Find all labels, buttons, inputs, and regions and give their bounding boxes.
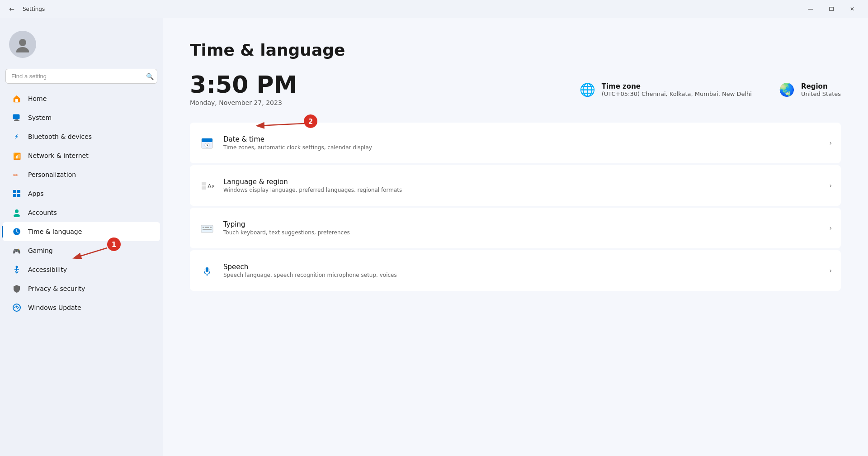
search-box[interactable]: 🔍 — [5, 69, 157, 84]
svg-rect-42 — [206, 267, 208, 272]
bluetooth-icon: ⚡ — [12, 132, 22, 142]
setting-row-speech[interactable]: Speech Speech language, speech recogniti… — [190, 250, 841, 291]
svg-rect-40 — [203, 229, 212, 230]
nav-item-accounts[interactable]: Accounts — [3, 203, 160, 222]
svg-rect-8 — [15, 99, 18, 102]
nav-label-privacy: Privacy & security — [28, 285, 85, 292]
svg-rect-34 — [202, 186, 206, 190]
svg-point-24 — [16, 266, 18, 268]
page-title: Time & language — [190, 41, 841, 59]
svg-point-20 — [14, 214, 20, 217]
nav-label-accessibility: Accessibility — [28, 266, 67, 273]
info-bar: 3:50 PM Monday, November 27, 2023 🌐 Time… — [190, 73, 841, 106]
titlebar: ← Settings — ⧠ ✕ — [0, 0, 868, 18]
nav-label-home: Home — [28, 95, 47, 102]
nav-label-gaming: Gaming — [28, 247, 53, 254]
nav-item-home[interactable]: Home — [3, 89, 160, 108]
nav-item-privacy[interactable]: Privacy & security — [3, 279, 160, 298]
region-info: 🌏 Region United States — [779, 82, 841, 97]
svg-point-7 — [16, 47, 29, 52]
svg-text:Aa: Aa — [208, 183, 214, 190]
typing-title: Typing — [223, 220, 821, 228]
time-language-icon — [12, 227, 22, 237]
chevron-right-icon: › — [829, 139, 832, 147]
nav-label-network: Network & internet — [28, 152, 89, 159]
svg-line-28 — [17, 271, 18, 273]
search-input[interactable] — [5, 69, 157, 84]
nav-item-gaming[interactable]: 🎮 Gaming — [3, 241, 160, 260]
svg-rect-16 — [17, 190, 20, 193]
user-profile[interactable] — [0, 25, 163, 69]
nav-label-time-language: Time & language — [28, 228, 82, 235]
nav-item-network[interactable]: 📶 Network & internet — [3, 146, 160, 165]
speech-icon — [199, 262, 215, 279]
timezone-value: (UTC+05:30) Chennai, Kolkata, Mumbai, Ne… — [602, 90, 752, 97]
sidebar: 🔍 Home System ⚡ Bluetooth & devices 📶 Ne… — [0, 18, 163, 456]
accessibility-icon — [12, 265, 22, 275]
app-title: Settings — [23, 6, 45, 12]
search-icon[interactable]: 🔍 — [146, 73, 154, 80]
privacy-icon — [12, 284, 22, 294]
network-icon: 📶 — [12, 151, 22, 161]
nav-label-bluetooth: Bluetooth & devices — [28, 133, 92, 140]
language-region-desc: Windows display language, preferred lang… — [223, 187, 821, 193]
windows-update-icon — [12, 303, 22, 313]
time-display: 3:50 PM — [190, 73, 297, 96]
svg-text:✏️: ✏️ — [13, 171, 19, 179]
nav-item-accessibility[interactable]: Accessibility — [3, 260, 160, 279]
speech-title: Speech — [223, 263, 821, 271]
svg-point-6 — [19, 39, 26, 46]
nav-label-accounts: Accounts — [28, 209, 57, 216]
info-items: 🌐 Time zone (UTC+05:30) Chennai, Kolkata… — [580, 82, 841, 97]
window-controls: — ⧠ ✕ — [800, 2, 863, 16]
language-region-icon: Aa — [199, 177, 215, 194]
region-icon: 🌏 — [779, 82, 795, 97]
maximize-button[interactable]: ⧠ — [821, 2, 842, 16]
svg-text:⚡: ⚡ — [14, 133, 19, 141]
chevron-right-icon: › — [829, 267, 832, 274]
date-time-icon — [199, 135, 215, 151]
apps-icon — [12, 189, 22, 199]
accounts-icon — [12, 208, 22, 218]
back-button[interactable]: ← — [5, 3, 18, 15]
date-display: Monday, November 27, 2023 — [190, 99, 297, 106]
svg-rect-33 — [202, 182, 206, 185]
svg-text:🎮: 🎮 — [13, 247, 21, 255]
chevron-right-icon: › — [829, 182, 832, 189]
nav-label-personalization: Personalization — [28, 171, 76, 178]
globe-icon: 🌐 — [580, 82, 595, 97]
personalization-icon: ✏️ — [12, 170, 22, 180]
main-content: Time & language 3:50 PM Monday, November… — [163, 18, 868, 456]
nav-item-apps[interactable]: Apps — [3, 184, 160, 203]
nav-item-bluetooth[interactable]: ⚡ Bluetooth & devices — [3, 127, 160, 146]
svg-rect-18 — [17, 194, 20, 197]
nav-item-personalization[interactable]: ✏️ Personalization — [3, 165, 160, 184]
svg-rect-15 — [13, 190, 16, 193]
svg-rect-10 — [15, 119, 18, 120]
timezone-info: 🌐 Time zone (UTC+05:30) Chennai, Kolkata… — [580, 82, 752, 97]
svg-rect-11 — [14, 120, 19, 121]
nav-item-time-language[interactable]: Time & language — [3, 222, 160, 241]
region-value: United States — [801, 90, 841, 97]
settings-list: Date & time Time zones, automatic clock … — [190, 123, 841, 291]
svg-rect-38 — [205, 227, 209, 228]
current-time-block: 3:50 PM Monday, November 27, 2023 — [190, 73, 297, 106]
typing-icon — [199, 220, 215, 236]
nav-item-system[interactable]: System — [3, 108, 160, 127]
close-button[interactable]: ✕ — [842, 2, 863, 16]
date-time-title: Date & time — [223, 135, 821, 143]
setting-row-language-region[interactable]: Aa Language & region Windows display lan… — [190, 165, 841, 206]
setting-row-typing[interactable]: Typing Touch keyboard, text suggestions,… — [190, 208, 841, 248]
nav-label-system: System — [28, 114, 52, 121]
setting-row-date-time[interactable]: Date & time Time zones, automatic clock … — [190, 123, 841, 163]
svg-text:📶: 📶 — [13, 152, 21, 160]
svg-rect-39 — [210, 227, 212, 228]
nav-item-windows-update[interactable]: Windows Update — [3, 298, 160, 317]
gaming-icon: 🎮 — [12, 246, 22, 256]
speech-desc: Speech language, speech recognition micr… — [223, 272, 821, 278]
minimize-button[interactable]: — — [800, 2, 821, 16]
svg-rect-17 — [13, 194, 16, 197]
date-time-desc: Time zones, automatic clock settings, ca… — [223, 144, 821, 151]
system-icon — [12, 113, 22, 123]
typing-desc: Touch keyboard, text suggestions, prefer… — [223, 229, 821, 236]
